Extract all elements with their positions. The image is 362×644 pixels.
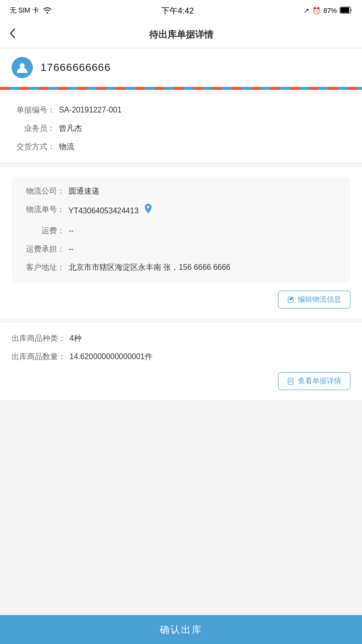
goods-quantity-row: 出库商品数量： 14.620000000000001件	[12, 351, 350, 363]
logistics-company-label: 物流公司：	[21, 185, 65, 197]
order-no-label: 单据编号：	[12, 104, 55, 116]
logistics-card: 物流公司： 圆通速递 物流单号： YT43064053424413 运费： --…	[12, 177, 350, 282]
view-detail-button[interactable]: 查看单据详情	[278, 372, 350, 390]
goods-quantity-value: 14.620000000000001件	[70, 351, 350, 363]
location-arrow-icon: ↗	[304, 7, 309, 14]
delivery-method-row: 交货方式： 物流	[12, 141, 350, 153]
edit-logistics-btn-container: 编辑物流信息	[12, 289, 350, 308]
view-detail-btn-container: 查看单据详情	[12, 370, 350, 390]
freight-bearer-value: --	[69, 243, 341, 255]
dashed-stripe-divider	[0, 87, 362, 90]
battery-text: 87%	[323, 7, 337, 14]
edit-logistics-button[interactable]: 编辑物流信息	[278, 291, 350, 308]
goods-section: 出库商品种类： 4种 出库商品数量： 14.620000000000001件 查…	[0, 323, 362, 400]
carrier-text: 无 SIM 卡	[10, 6, 39, 15]
status-right: ↗ ⏰ 87%	[304, 7, 352, 15]
nav-bar: 待出库单据详情	[0, 21, 362, 48]
goods-types-row: 出库商品种类： 4种	[12, 333, 350, 344]
freight-bearer-label: 运费承担：	[21, 243, 65, 255]
logistics-company-value: 圆通速递	[69, 185, 341, 197]
freight-label: 运费：	[21, 225, 65, 237]
confirm-outbound-button[interactable]: 确认出库	[0, 615, 362, 644]
delivery-method-value: 物流	[59, 141, 350, 153]
back-button[interactable]	[6, 24, 19, 45]
battery-icon	[340, 7, 352, 15]
status-time: 下午4:42	[161, 5, 194, 16]
wifi-icon	[43, 7, 52, 15]
address-value: 北京市市辖区海淀区永丰南 张，156 6666 6666	[69, 262, 341, 273]
status-bar: 无 SIM 卡 下午4:42 ↗ ⏰ 87%	[0, 0, 362, 21]
logistics-company-row: 物流公司： 圆通速递	[21, 185, 341, 197]
edit-logistics-label: 编辑物流信息	[298, 295, 341, 304]
status-left: 无 SIM 卡	[10, 6, 52, 15]
tracking-no-label: 物流单号：	[21, 204, 65, 215]
tracking-location-icon[interactable]	[143, 204, 153, 218]
view-detail-label: 查看单据详情	[298, 377, 341, 386]
svg-rect-1	[340, 7, 349, 13]
freight-value: --	[69, 225, 341, 237]
tracking-no-row: 物流单号： YT43064053424413	[21, 204, 341, 218]
freight-row: 运费： --	[21, 225, 341, 237]
salesman-row: 业务员： 曾凡杰	[12, 123, 350, 134]
confirm-outbound-label: 确认出库	[160, 623, 202, 636]
logistics-section: 物流公司： 圆通速递 物流单号： YT43064053424413 运费： --…	[0, 167, 362, 318]
goods-quantity-label: 出库商品数量：	[12, 351, 66, 363]
delivery-method-label: 交货方式：	[12, 141, 55, 153]
page-title: 待出库单据详情	[149, 28, 213, 41]
salesman-label: 业务员：	[12, 123, 55, 134]
alarm-icon: ⏰	[312, 7, 320, 14]
order-no-row: 单据编号： SA-20191227-001	[12, 104, 350, 116]
customer-phone: 17666666666	[41, 61, 111, 74]
goods-types-value: 4种	[70, 333, 350, 344]
tracking-no-value: YT43064053424413	[69, 204, 341, 218]
address-label: 客户地址：	[21, 262, 65, 273]
goods-types-label: 出库商品种类：	[12, 333, 66, 344]
avatar	[12, 57, 33, 78]
bottom-spacer	[0, 405, 362, 443]
svg-point-2	[20, 63, 25, 68]
salesman-value: 曾凡杰	[59, 123, 350, 134]
freight-bearer-row: 运费承担： --	[21, 243, 341, 255]
order-no-value: SA-20191227-001	[59, 104, 350, 116]
order-basic-info-section: 单据编号： SA-20191227-001 业务员： 曾凡杰 交货方式： 物流	[0, 95, 362, 162]
customer-header: 17666666666	[0, 48, 362, 87]
address-row: 客户地址： 北京市市辖区海淀区永丰南 张，156 6666 6666	[21, 262, 341, 273]
